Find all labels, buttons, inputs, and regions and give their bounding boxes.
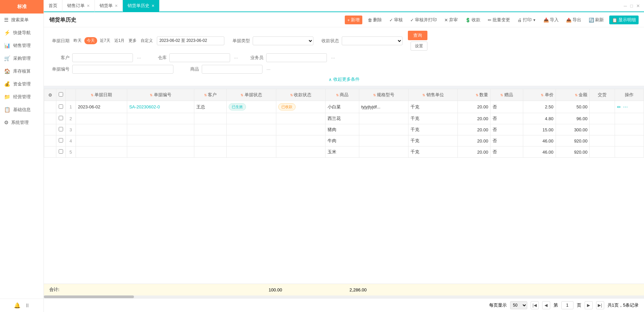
notification-icon[interactable]: 🔔 — [14, 302, 21, 309]
tab-sales-delivery[interactable]: 销货单 ✕ — [95, 0, 123, 12]
minimize-btn[interactable]: ─ — [624, 3, 627, 8]
refresh-button[interactable]: 🔄 刷新 — [587, 16, 606, 24]
col-amount[interactable]: ⇅ 金额 — [556, 89, 590, 101]
last-page-btn[interactable]: ▶| — [596, 301, 604, 309]
sidebar-item-search-menu[interactable]: ☰ 搜索菜单 — [0, 14, 44, 26]
scroll-thumb[interactable] — [44, 295, 134, 298]
tab-sales-order-close[interactable]: ✕ — [87, 4, 90, 8]
last7days-btn[interactable]: 近7天 — [99, 37, 112, 44]
delete-button[interactable]: 🗑 删除 — [366, 16, 384, 24]
tab-sales-delivery-history-close[interactable]: ✕ — [151, 4, 155, 8]
date-range-input[interactable] — [157, 36, 224, 45]
col-customer[interactable]: ⇅ 客户 — [194, 89, 227, 101]
col-goods[interactable]: ⇅ 商品 — [326, 89, 359, 101]
custom-btn[interactable]: 自定义 — [139, 37, 154, 44]
col-doc-num[interactable]: ⇅ 单据编号 — [127, 89, 194, 101]
batch-change-button[interactable]: ✏ 批量变更 — [486, 16, 512, 24]
page-input[interactable] — [561, 301, 573, 309]
col-check[interactable] — [56, 89, 66, 101]
more-btn[interactable]: 更多 — [127, 37, 138, 44]
cell-check[interactable] — [56, 113, 66, 124]
audit-button[interactable]: ✓ 审核 — [387, 16, 405, 24]
per-page-select[interactable]: 50 100 — [510, 301, 527, 309]
col-gift[interactable]: ⇅ 赠品 — [491, 89, 523, 101]
col-gear[interactable]: ⚙ — [44, 89, 56, 101]
cell-check[interactable] — [56, 147, 66, 158]
audit-print-button[interactable]: ✓ 审核并打印 — [408, 16, 439, 24]
row-checkbox-4[interactable] — [59, 149, 63, 154]
maximize-btn[interactable]: □ — [630, 3, 633, 8]
sidebar-item-basic-info[interactable]: 📋 基础信息 — [0, 103, 44, 116]
doc-type-select[interactable] — [253, 36, 313, 45]
last1month-btn[interactable]: 近1月 — [113, 37, 126, 44]
collect-status-select[interactable] — [342, 36, 402, 45]
tab-sales-order[interactable]: 销售订单 ✕ — [62, 0, 95, 12]
tab-home-label: 首页 — [49, 3, 57, 9]
export-button[interactable]: 📤 导出 — [564, 16, 583, 24]
col-unit-price[interactable]: ⇅ 单价 — [523, 89, 556, 101]
goods-input[interactable] — [202, 65, 262, 74]
import-button[interactable]: 📥 导入 — [541, 16, 561, 24]
pause-icon[interactable]: ⏸ — [25, 303, 30, 309]
cell-collect-status — [276, 135, 325, 147]
query-button[interactable]: 查询 — [408, 31, 427, 40]
col-collect-status[interactable]: ⇅ 收款状态 — [276, 89, 325, 101]
customer-dots[interactable]: ··· — [137, 55, 141, 60]
collect-button[interactable]: 💲 收款 — [463, 16, 482, 24]
col-date[interactable]: ⇅ 单据日期 — [76, 89, 127, 101]
warehouse-input[interactable] — [169, 53, 230, 62]
add-button[interactable]: + 新增 — [345, 16, 363, 24]
cell-check[interactable] — [56, 101, 66, 113]
setting-button[interactable]: 设置 — [411, 42, 427, 51]
sidebar: 标准 ☰ 搜索菜单 ⚡ 快捷导航 📊 销售管理 🛒 采购管理 🏠 库存核算 💰 … — [0, 0, 44, 312]
staff-dots[interactable]: ··· — [331, 55, 335, 60]
show-detail-button[interactable]: 📋 显示明细 — [609, 16, 639, 24]
sidebar-item-inventory[interactable]: 🏠 库存核算 — [0, 65, 44, 78]
col-qty[interactable]: ⇅ 数量 — [458, 89, 491, 101]
first-page-btn[interactable]: |◀ — [531, 301, 539, 309]
doc-num-sort-icon: ⇅ — [150, 93, 152, 97]
next-page-btn[interactable]: ▶ — [585, 301, 593, 309]
sidebar-item-quick-nav[interactable]: ⚡ 快捷导航 — [0, 26, 44, 39]
yesterday-btn[interactable]: 昨天 — [72, 37, 83, 44]
more-action-icon[interactable]: ⋯ — [623, 104, 628, 110]
sidebar-item-label: 搜索菜单 — [11, 17, 29, 23]
row-checkbox-1[interactable] — [59, 116, 63, 120]
cell-check[interactable] — [56, 135, 66, 147]
close-btn[interactable]: ✕ — [636, 3, 640, 8]
edit-icon[interactable]: ✏ — [617, 104, 621, 110]
cell-transaction — [590, 135, 615, 147]
warehouse-dots[interactable]: ··· — [234, 55, 238, 60]
discard-label: 弃审 — [449, 17, 458, 23]
tab-home[interactable]: 首页 — [44, 0, 62, 12]
goods-dots[interactable]: ··· — [267, 67, 271, 72]
discard-icon: ✕ — [444, 18, 448, 23]
row-checkbox-3[interactable] — [59, 138, 63, 142]
discard-button[interactable]: ✕ 弃审 — [442, 16, 460, 24]
select-all-checkbox[interactable] — [59, 92, 63, 97]
col-spec[interactable]: ⇅ 规格型号 — [359, 89, 408, 101]
sidebar-item-ops-mgmt[interactable]: 📁 经营管理 — [0, 90, 44, 103]
audit-label: 审核 — [394, 17, 403, 23]
row-checkbox-0[interactable] — [59, 104, 63, 109]
cell-customer — [194, 135, 227, 147]
cell-check[interactable] — [56, 124, 66, 135]
staff-input[interactable] — [266, 53, 327, 62]
row-checkbox-2[interactable] — [59, 127, 63, 131]
customer-input[interactable] — [72, 53, 133, 62]
doc-num-input[interactable] — [72, 65, 173, 74]
prev-page-btn[interactable]: ◀ — [542, 301, 550, 309]
tab-sales-delivery-history[interactable]: 销货单历史 ✕ — [123, 0, 160, 12]
sidebar-item-finance-mgmt[interactable]: 💰 资金管理 — [0, 78, 44, 90]
col-unit[interactable]: ⇅ 销售单位 — [409, 89, 458, 101]
horizontal-scrollbar[interactable] — [44, 295, 644, 298]
sidebar-item-sys-mgmt[interactable]: ⚙ 系统管理 — [0, 116, 44, 129]
today-btn[interactable]: 今天 — [84, 37, 97, 44]
collapse-btn[interactable]: ∧ 收起更多条件 — [49, 76, 639, 82]
cell-date: 2023-06-02 — [76, 101, 127, 113]
sidebar-item-sales-mgmt[interactable]: 📊 销售管理 — [0, 39, 44, 52]
sidebar-item-purchase-mgmt[interactable]: 🛒 采购管理 — [0, 52, 44, 65]
col-doc-status[interactable]: ⇅ 单据状态 — [227, 89, 276, 101]
print-button[interactable]: 🖨 打印 ▼ — [515, 16, 538, 24]
tab-sales-delivery-close[interactable]: ✕ — [115, 4, 118, 8]
